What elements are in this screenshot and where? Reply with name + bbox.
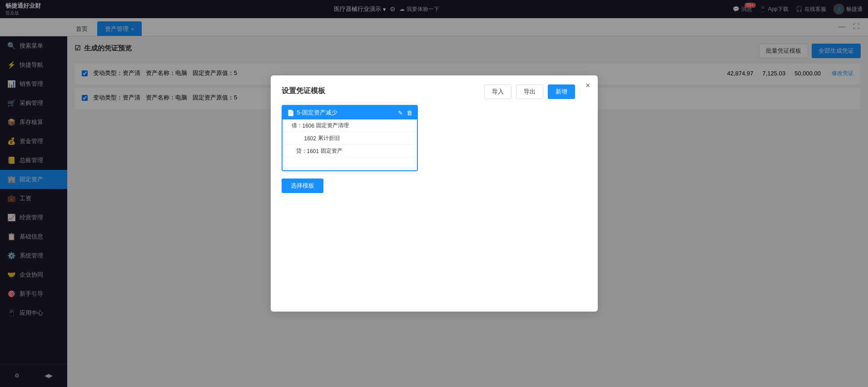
- entry-2-code: 1602: [304, 135, 317, 142]
- entry-3-credit-label: 贷：: [296, 147, 307, 155]
- template-doc-icon: 📄: [287, 109, 294, 116]
- entry-1-code: 1606: [303, 123, 315, 129]
- dialog-close-button[interactable]: ×: [585, 81, 590, 90]
- entry-3-code: 1601: [307, 148, 319, 154]
- entry-1-debit-label: 借：: [292, 122, 303, 129]
- template-delete-icon[interactable]: 🗑: [407, 109, 412, 116]
- export-button[interactable]: 导出: [516, 84, 543, 99]
- template-card-header: 📄 5-固定资产减少 ✎ 🗑: [283, 106, 417, 119]
- template-actions: ✎ 🗑: [398, 109, 412, 116]
- template-edit-icon[interactable]: ✎: [398, 109, 403, 116]
- template-entry-3: 贷： 1601 固定资产: [283, 145, 417, 158]
- new-button[interactable]: 新增: [548, 84, 575, 99]
- dialog-toolbar: 导入 导出 新增: [484, 84, 575, 99]
- entry-2-name: 累计折旧: [318, 134, 340, 142]
- template-entry-1: 借： 1606 固定资产清理: [283, 119, 417, 132]
- template-name: 5-固定资产减少: [297, 109, 338, 117]
- template-card: 📄 5-固定资产减少 ✎ 🗑 借： 1606 固定资产清理 1602: [282, 105, 418, 171]
- entry-3-name: 固定资产: [321, 147, 342, 155]
- template-body: 借： 1606 固定资产清理 1602 累计折旧 贷： 1601 固定资产: [283, 119, 417, 170]
- template-empty-row: [283, 158, 417, 170]
- dialog-overlay: × 设置凭证模板 导入 导出 新增 📄 5-固定资产减少 ✎ 🗑: [0, 0, 868, 387]
- select-template-button[interactable]: 选择模板: [282, 179, 323, 193]
- entry-1-name: 固定资产清理: [316, 122, 349, 129]
- template-entry-2: 1602 累计折旧: [283, 132, 417, 145]
- import-button[interactable]: 导入: [484, 84, 511, 99]
- dialog-set-template: × 设置凭证模板 导入 导出 新增 📄 5-固定资产减少 ✎ 🗑: [271, 75, 598, 312]
